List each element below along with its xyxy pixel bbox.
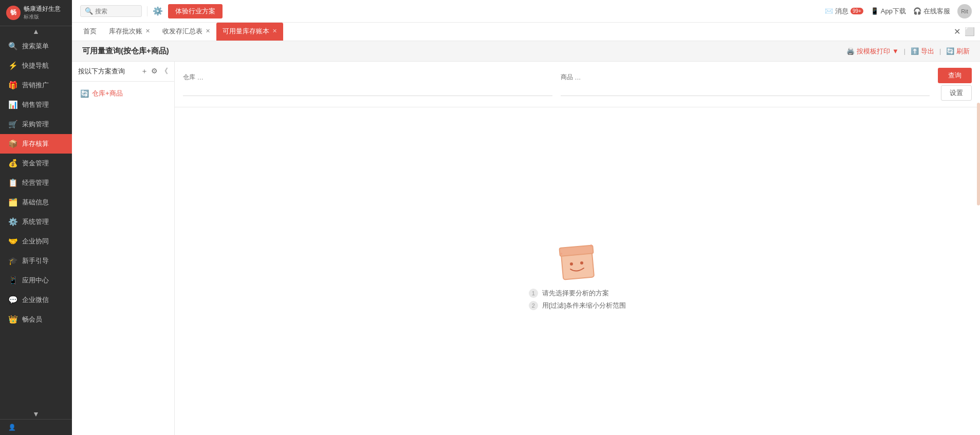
add-scheme-btn[interactable]: ＋ — [141, 67, 148, 76]
sidebar-item-wechat[interactable]: 💬 企业微信 — [0, 290, 72, 310]
sidebar-label-basic: 基础信息 — [22, 198, 49, 207]
tabs-actions: ✕ ⬜ — [954, 27, 975, 36]
hint-text-2: 用[过滤]条件来缩小分析范围 — [542, 301, 626, 310]
sidebar-label-newbie: 新手引导 — [22, 256, 49, 266]
action-sep1: | — [904, 48, 905, 55]
app-label: App下载 — [881, 7, 906, 16]
sidebar-item-operations[interactable]: 📋 经营管理 — [0, 173, 72, 193]
warehouse-label: 仓库 ... — [183, 73, 552, 82]
sidebar-scroll-down[interactable]: ▼ — [0, 409, 72, 419]
sidebar-label-finance: 资金管理 — [22, 159, 49, 168]
close-tab-button[interactable]: ✕ — [954, 27, 960, 36]
goods-input[interactable] — [561, 84, 930, 96]
gear-icon[interactable]: ⚙️ — [153, 6, 163, 16]
tab-available[interactable]: 可用量库存账本✕ — [216, 23, 283, 41]
page-actions: 🖨️ 按模板打印 ▼ | ⬆️ 导出 | 🔄 刷新 — [846, 47, 970, 56]
wechat-icon: 💬 — [8, 295, 18, 305]
inventory-icon: 📦 — [8, 139, 18, 148]
tab-home[interactable]: 首页 — [77, 23, 103, 41]
app-download-btn[interactable]: 📱 App下载 — [871, 7, 906, 16]
action-sep2: | — [939, 48, 941, 55]
sidebar-label-purchase: 采购管理 — [22, 120, 49, 129]
sidebar-item-sales[interactable]: 📊 销售管理 — [0, 95, 72, 115]
left-panel-actions: ＋ ⚙ 《 — [141, 67, 168, 76]
topbar-right: ✉️ 消息 99+ 📱 App下载 🎧 在线客服 Rit — [825, 4, 972, 18]
sidebar-label-system: 系统管理 — [22, 217, 49, 226]
refresh-btn[interactable]: 🔄 刷新 — [946, 47, 970, 56]
left-panel-list: 🔄 仓库+商品 — [72, 82, 174, 105]
apps-icon: 📱 — [8, 276, 18, 285]
empty-hints: 1 请先选择要分析的方案 2 用[过滤]条件来缩小分析范围 — [529, 289, 626, 310]
warehouse-more-btn[interactable]: ... — [197, 73, 204, 81]
tab-bar: 首页库存批次账✕收发存汇总表✕可用量库存账本✕ ✕ ⬜ — [72, 23, 980, 41]
content-area: 按以下方案查询 ＋ ⚙ 《 🔄 仓库+商品 仓库 — [72, 62, 980, 435]
sidebar-item-newbie[interactable]: 🎓 新手引导 — [0, 251, 72, 271]
tab-label-home: 首页 — [83, 27, 97, 36]
sidebar-label-sales: 销售管理 — [22, 100, 49, 109]
scheme-icon: 🔄 — [80, 89, 89, 98]
svg-text:✦: ✦ — [560, 252, 563, 256]
right-scrollbar[interactable] — [977, 103, 980, 205]
sidebar-item-finance[interactable]: 💰 资金管理 — [0, 154, 72, 173]
sidebar-item-member[interactable]: 👑 畅会员 — [0, 310, 72, 329]
online-service-btn[interactable]: 🎧 在线客服 — [913, 7, 950, 16]
sidebar-item-apps[interactable]: 📱 应用中心 — [0, 271, 72, 290]
warehouse-input[interactable] — [183, 84, 552, 96]
scheme-item-warehouse-goods[interactable]: 🔄 仓库+商品 — [72, 85, 174, 102]
logo-name: 畅康通好生意 — [24, 5, 61, 13]
tab-close-summary[interactable]: ✕ — [206, 28, 210, 34]
hint-num-2: 2 — [529, 301, 538, 310]
message-badge: 99+ — [850, 8, 863, 14]
collapse-panel-btn[interactable]: 《 — [161, 67, 168, 76]
hint-num-1: 1 — [529, 289, 538, 298]
service-icon: 🎧 — [913, 7, 921, 15]
sidebar-item-purchase[interactable]: 🛒 采购管理 — [0, 115, 72, 134]
print-label: 按模板打印 — [857, 47, 890, 56]
search-icon: 🔍 — [8, 42, 18, 51]
settings-scheme-btn[interactable]: ⚙ — [151, 67, 158, 76]
sidebar-item-system[interactable]: ⚙️ 系统管理 — [0, 212, 72, 232]
user-avatar[interactable]: Rit — [957, 4, 972, 18]
svg-point-3 — [580, 261, 583, 264]
expand-button[interactable]: ⬜ — [965, 27, 975, 36]
sidebar-label-search: 搜索菜单 — [22, 42, 49, 51]
user-icon: 👤 — [8, 424, 16, 431]
tab-close-batch[interactable]: ✕ — [145, 28, 150, 34]
sidebar-item-shortcut[interactable]: ⚡ 快捷导航 — [0, 56, 72, 75]
sidebar-item-enterprise[interactable]: 🤝 企业协同 — [0, 232, 72, 251]
sidebar-nav: 🔍 搜索菜单 ⚡ 快捷导航 🎁 营销推广 📊 销售管理 🛒 采购管理 📦 库存核… — [0, 36, 72, 409]
search-box[interactable]: 🔍 — [80, 5, 142, 17]
empty-hint-2: 2 用[过滤]条件来缩小分析范围 — [529, 301, 626, 310]
settings-button[interactable]: 设置 — [941, 85, 972, 101]
sidebar-item-inventory[interactable]: 📦 库存核算 — [0, 134, 72, 154]
sidebar-item-basic[interactable]: 🗂️ 基础信息 — [0, 193, 72, 212]
empty-hint-1: 1 请先选择要分析的方案 — [529, 289, 626, 298]
tab-close-available[interactable]: ✕ — [272, 28, 277, 34]
sidebar-label-operations: 经营管理 — [22, 178, 49, 187]
tab-summary[interactable]: 收发存汇总表✕ — [156, 23, 216, 41]
scheme-label: 仓库+商品 — [92, 89, 123, 98]
goods-more-btn[interactable]: ... — [575, 73, 581, 81]
query-button[interactable]: 查询 — [938, 68, 972, 83]
sidebar-item-marketing[interactable]: 🎁 营销推广 — [0, 75, 72, 95]
hint-text-1: 请先选择要分析的方案 — [542, 289, 609, 298]
trial-button[interactable]: 体验行业方案 — [168, 4, 223, 18]
tab-label-summary: 收发存汇总表 — [162, 27, 202, 36]
message-icon: ✉️ — [825, 7, 833, 15]
message-btn[interactable]: ✉️ 消息 99+ — [825, 7, 863, 16]
export-label: 导出 — [921, 47, 934, 56]
main-content: 🔍 ⚙️ 体验行业方案 ✉️ 消息 99+ 📱 App下载 🎧 在线客服 Rit — [72, 0, 980, 435]
search-input[interactable] — [95, 8, 136, 15]
purchase-icon: 🛒 — [8, 120, 18, 129]
sidebar-scroll-up[interactable]: ▲ — [0, 26, 72, 36]
print-icon: 🖨️ — [846, 47, 855, 55]
print-dropdown-icon[interactable]: ▼ — [892, 47, 899, 55]
print-btn[interactable]: 🖨️ 按模板打印 ▼ — [846, 47, 899, 56]
topbar: 🔍 ⚙️ 体验行业方案 ✉️ 消息 99+ 📱 App下载 🎧 在线客服 Rit — [72, 0, 980, 23]
tab-batch[interactable]: 库存批次账✕ — [103, 23, 156, 41]
tab-label-batch: 库存批次账 — [109, 27, 142, 36]
app-icon: 📱 — [871, 7, 879, 15]
export-btn[interactable]: ⬆️ 导出 — [911, 47, 934, 56]
sidebar-item-search[interactable]: 🔍 搜索菜单 — [0, 36, 72, 56]
sidebar-bottom-user[interactable]: 👤 — [0, 419, 72, 435]
